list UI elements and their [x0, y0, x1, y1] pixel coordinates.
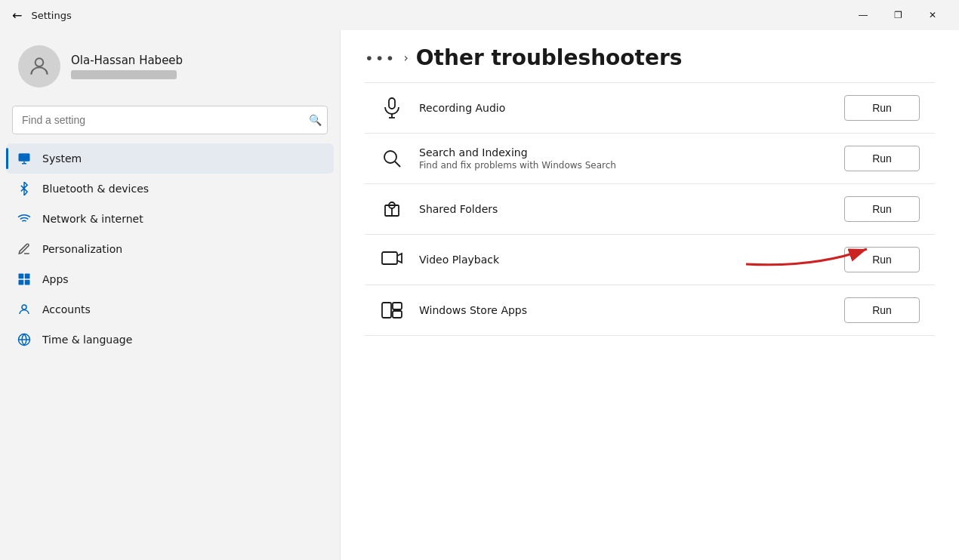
bluetooth-icon [17, 181, 32, 196]
sidebar-item-network-label: Network & internet [42, 213, 143, 225]
title-bar: ← Settings — ❐ ✕ [0, 0, 959, 30]
sidebar-item-bluetooth[interactable]: Bluetooth & devices [6, 174, 334, 204]
title-bar-controls: — ❐ ✕ [846, 3, 950, 27]
recording-audio-title: Recording Audio [419, 102, 829, 114]
sidebar-item-personalization-label: Personalization [42, 243, 122, 255]
sidebar-item-time-label: Time & language [42, 334, 132, 346]
main-header: ••• › Other troubleshooters [341, 30, 959, 82]
globe-icon [17, 332, 32, 347]
sidebar-item-accounts[interactable]: Accounts [6, 294, 334, 325]
windows-store-apps-text: Windows Store Apps [419, 304, 829, 316]
shared-folders-title: Shared Folders [419, 203, 829, 215]
search-icon[interactable]: 🔍 [309, 114, 322, 126]
sidebar-item-bluetooth-label: Bluetooth & devices [42, 183, 149, 195]
shared-folders-run-button[interactable]: Run [844, 196, 920, 222]
sidebar-item-personalization[interactable]: Personalization [6, 234, 334, 264]
app-body: Ola-Hassan Habeeb 🔍 System [0, 30, 959, 560]
avatar [18, 45, 60, 88]
windows-store-icon [380, 298, 404, 322]
sidebar-item-apps-label: Apps [42, 273, 69, 285]
svg-rect-20 [393, 311, 402, 318]
svg-point-12 [384, 151, 396, 163]
shared-folders-text: Shared Folders [419, 203, 829, 215]
microphone-icon [380, 96, 404, 120]
sidebar-item-accounts-label: Accounts [42, 303, 91, 315]
search-indexing-icon [380, 146, 404, 171]
breadcrumb-arrow: › [403, 51, 408, 65]
monitor-icon [17, 151, 32, 166]
troubleshooter-shared-folders: Shared Folders Run [365, 184, 935, 235]
user-email-bar [71, 70, 177, 79]
maximize-button[interactable]: ❐ [880, 3, 915, 27]
troubleshooter-windows-store-apps: Windows Store Apps Run [365, 285, 935, 336]
sidebar-item-system-label: System [42, 152, 82, 165]
shared-folders-icon [380, 197, 404, 221]
svg-rect-18 [382, 303, 391, 318]
windows-store-apps-run-button[interactable]: Run [844, 297, 920, 323]
search-input[interactable] [12, 106, 328, 134]
search-indexing-title: Search and Indexing [419, 146, 829, 158]
sidebar-item-time[interactable]: Time & language [6, 325, 334, 355]
video-playback-title: Video Playback [419, 254, 829, 266]
svg-rect-9 [389, 98, 395, 109]
window-title: Settings [31, 10, 71, 21]
user-info: Ola-Hassan Habeeb [71, 54, 183, 79]
close-button[interactable]: ✕ [915, 3, 950, 27]
troubleshooter-video-playback: Video Playback Run [365, 235, 935, 285]
svg-rect-19 [393, 303, 402, 309]
sidebar: Ola-Hassan Habeeb 🔍 System [0, 30, 340, 560]
troubleshooter-search-indexing: Search and Indexing Find and fix problem… [365, 134, 935, 184]
sidebar-item-network[interactable]: Network & internet [6, 204, 334, 234]
search-indexing-run-button[interactable]: Run [844, 146, 920, 171]
svg-rect-3 [25, 274, 30, 279]
search-indexing-desc: Find and fix problems with Windows Searc… [419, 160, 829, 171]
sidebar-item-apps[interactable]: Apps [6, 264, 334, 294]
svg-point-6 [22, 305, 26, 309]
page-title: Other troubleshooters [416, 45, 683, 70]
video-playback-icon [380, 248, 404, 272]
main-content: ••• › Other troubleshooters Recording Au… [340, 30, 959, 560]
nav-list: System Bluetooth & devices Network & int… [0, 143, 340, 355]
user-name: Ola-Hassan Habeeb [71, 54, 183, 67]
apps-icon [17, 272, 32, 287]
svg-rect-2 [19, 274, 24, 279]
troubleshooter-recording-audio: Recording Audio Run [365, 82, 935, 134]
svg-point-0 [35, 58, 44, 66]
user-section[interactable]: Ola-Hassan Habeeb [0, 30, 340, 100]
recording-audio-text: Recording Audio [419, 102, 829, 114]
minimize-button[interactable]: — [846, 3, 880, 27]
search-indexing-text: Search and Indexing Find and fix problem… [419, 146, 829, 171]
wifi-icon [17, 211, 32, 226]
title-bar-left: ← Settings [9, 8, 72, 23]
back-button[interactable]: ← [9, 8, 25, 23]
svg-rect-4 [19, 280, 24, 285]
content-area: Recording Audio Run Search and Indexing … [341, 82, 959, 560]
video-playback-run-button[interactable]: Run [844, 247, 920, 272]
svg-line-13 [395, 162, 400, 167]
sidebar-item-system[interactable]: System [6, 143, 334, 174]
svg-rect-1 [19, 153, 30, 162]
svg-rect-5 [25, 280, 30, 285]
search-box: 🔍 [12, 106, 328, 134]
recording-audio-run-button[interactable]: Run [844, 95, 920, 121]
video-playback-text: Video Playback [419, 254, 829, 266]
pencil-icon [17, 242, 32, 257]
svg-rect-17 [382, 252, 397, 264]
person-icon [17, 302, 32, 317]
breadcrumb-dots[interactable]: ••• [365, 49, 396, 67]
windows-store-apps-title: Windows Store Apps [419, 304, 829, 316]
